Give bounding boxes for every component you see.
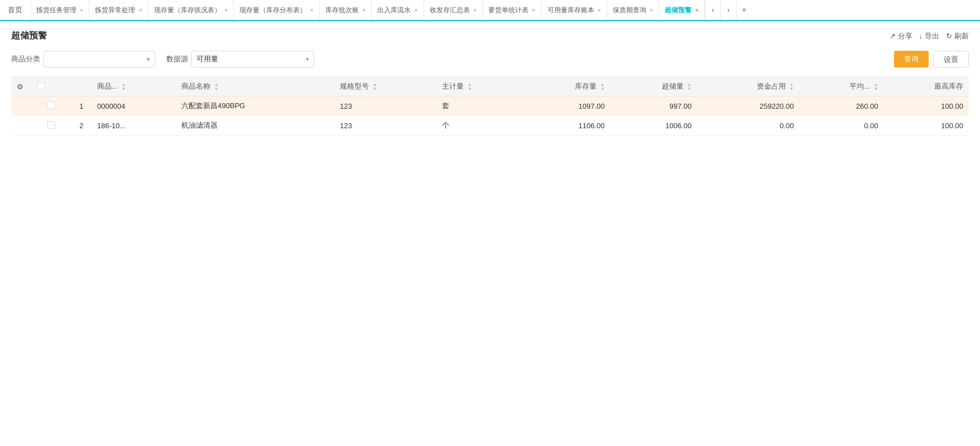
sort-capital-icon: ▲ ▼ <box>790 83 794 91</box>
col-unit-header[interactable]: 主计量 ▲ ▼ <box>436 77 523 96</box>
col-capital-header[interactable]: 资金占用 ▲ ▼ <box>697 77 799 96</box>
row-capital: 259220.00 <box>697 96 799 116</box>
col-max-stock-label: 最高库存 <box>934 82 963 90</box>
row-max-stock: 100.00 <box>884 116 969 135</box>
col-max-stock-header: 最高库存 <box>884 77 969 96</box>
row-over-stock: 1006.00 <box>611 116 698 135</box>
col-goods-name-header[interactable]: 商品名称 ▲ ▼ <box>176 77 334 96</box>
nav-prev-button[interactable]: ‹ <box>705 0 720 20</box>
export-button[interactable]: ↓ 导出 <box>919 31 940 41</box>
refresh-label: 刷新 <box>954 31 969 41</box>
page-title-bar: 超储预警 ↗ 分享 ↓ 导出 ↻ 刷新 <box>11 30 969 42</box>
tab-item-3[interactable]: 现存量（库存状况表） × <box>148 0 234 20</box>
sort-spec-icon: ▲ ▼ <box>373 83 377 91</box>
row-avg: 260.00 <box>799 96 883 116</box>
sort-goods-code-icon: ▲ ▼ <box>121 83 126 91</box>
row-unit: 套 <box>436 96 523 116</box>
col-unit-label: 主计量 <box>442 82 464 90</box>
col-over-stock-header[interactable]: 超储量 ▲ ▼ <box>611 77 698 96</box>
row-checkbox[interactable] <box>47 121 55 129</box>
col-spec-label: 规格型号 <box>340 82 369 90</box>
row-checkbox-cell[interactable] <box>31 96 71 116</box>
data-table: ⚙ 商品... ▲ ▼ 商品名称 ▲ ▼ <box>11 76 969 135</box>
datasource-value: 可用量 <box>196 54 218 64</box>
tab-item-11[interactable]: 超储预警 × <box>659 1 704 21</box>
home-tab[interactable]: 首页 <box>0 0 31 20</box>
gear-icon[interactable]: ⚙ <box>17 83 23 91</box>
query-button[interactable]: 查询 <box>894 51 929 67</box>
row-gear-cell <box>11 96 31 116</box>
tab-label-2: 拣货异常处理 <box>95 6 135 15</box>
export-icon: ↓ <box>919 32 923 40</box>
nav-close-button[interactable]: × <box>736 0 752 20</box>
col-goods-code-header[interactable]: 商品... ▲ ▼ <box>92 77 176 96</box>
row-goods-name: 机油滤清器 <box>176 116 334 135</box>
tab-item-5[interactable]: 库存批次账 × <box>320 0 372 20</box>
col-stock-label: 库存量 <box>575 82 597 90</box>
filter-bar: 商品分类 ▾ 数据源 可用量 ▾ 查询 设置 <box>11 51 969 67</box>
row-max-stock: 100.00 <box>884 96 969 116</box>
tab-close-10[interactable]: × <box>650 7 653 13</box>
select-all-checkbox[interactable] <box>37 82 45 90</box>
settings-button[interactable]: 设置 <box>933 51 969 67</box>
tab-close-9[interactable]: × <box>598 7 601 13</box>
tab-label-9: 可用量库存账本 <box>547 6 594 15</box>
row-spec: 123 <box>334 96 436 116</box>
sort-avg-icon: ▲ ▼ <box>874 83 878 91</box>
sort-over-stock-icon: ▲ ▼ <box>687 83 691 91</box>
datasource-filter: 数据源 可用量 ▾ <box>166 51 314 67</box>
table-row: 1 0000004 六配套新昌490BPG 123 套 1097.00 997.… <box>11 96 969 116</box>
col-over-stock-label: 超储量 <box>662 82 684 90</box>
datasource-select[interactable]: 可用量 ▾ <box>191 51 314 67</box>
tab-close-5[interactable]: × <box>362 7 366 13</box>
tab-item-4[interactable]: 现存量（库存分布表） × <box>234 0 319 20</box>
row-checkbox-cell[interactable] <box>31 116 71 135</box>
sort-unit-icon: ▲ ▼ <box>468 83 472 91</box>
tab-label-6: 出入库流水 <box>377 6 411 15</box>
tab-item-10[interactable]: 保质期查询 × <box>607 0 659 20</box>
share-button[interactable]: ↗ 分享 <box>890 31 912 41</box>
col-stock-header[interactable]: 库存量 ▲ ▼ <box>523 77 611 96</box>
page-container: 超储预警 ↗ 分享 ↓ 导出 ↻ 刷新 商品分类 ▾ 数据源 <box>0 21 980 446</box>
tab-item-2[interactable]: 拣货异常处理 × <box>89 0 148 20</box>
row-stock: 1106.00 <box>523 116 611 135</box>
topbar: 首页 拣货任务管理 × 拣货异常处理 × 现存量（库存状况表） × 现存量（库存… <box>0 0 980 21</box>
tab-close-2[interactable]: × <box>138 7 142 13</box>
col-select-all[interactable] <box>31 77 71 96</box>
row-num: 2 <box>71 116 92 135</box>
tab-label-11: 超储预警 <box>665 6 691 15</box>
tab-close-1[interactable]: × <box>80 7 83 13</box>
category-select[interactable]: ▾ <box>44 51 155 67</box>
row-spec: 123 <box>334 116 436 135</box>
tab-label-3: 现存量（库存状况表） <box>154 6 221 15</box>
tab-close-11[interactable]: × <box>695 7 698 13</box>
row-avg: 0.00 <box>799 116 883 135</box>
col-num-header <box>71 77 92 96</box>
datasource-chevron-icon: ▾ <box>306 56 309 63</box>
tab-item-9[interactable]: 可用量库存账本 × <box>542 0 607 20</box>
refresh-icon: ↻ <box>946 32 952 40</box>
nav-next-button[interactable]: › <box>720 0 736 20</box>
refresh-button[interactable]: ↻ 刷新 <box>946 31 969 41</box>
action-buttons: 查询 设置 <box>894 51 969 67</box>
tab-item-7[interactable]: 收发存汇总表 × <box>424 0 483 20</box>
col-avg-header[interactable]: 平均... ▲ ▼ <box>799 77 883 96</box>
tab-close-8[interactable]: × <box>532 7 535 13</box>
col-goods-name-label: 商品名称 <box>181 82 210 90</box>
row-checkbox[interactable] <box>47 101 55 109</box>
row-stock: 1097.00 <box>523 96 611 116</box>
tab-close-6[interactable]: × <box>414 7 417 13</box>
col-spec-header[interactable]: 规格型号 ▲ ▼ <box>334 77 436 96</box>
tab-close-3[interactable]: × <box>224 7 228 13</box>
tab-item-6[interactable]: 出入库流水 × <box>372 0 424 20</box>
page-title: 超储预警 <box>11 30 47 42</box>
sort-goods-name-icon: ▲ ▼ <box>214 83 219 91</box>
tab-item-8[interactable]: 要货单统计表 × <box>483 0 541 20</box>
tab-close-4[interactable]: × <box>310 7 313 13</box>
tab-close-7[interactable]: × <box>473 7 477 13</box>
col-capital-label: 资金占用 <box>757 82 786 90</box>
tab-label-1: 拣货任务管理 <box>36 6 76 15</box>
category-label: 商品分类 <box>11 54 40 64</box>
table-header-row: ⚙ 商品... ▲ ▼ 商品名称 ▲ ▼ <box>11 77 969 96</box>
tab-item-1[interactable]: 拣货任务管理 × <box>31 0 89 20</box>
